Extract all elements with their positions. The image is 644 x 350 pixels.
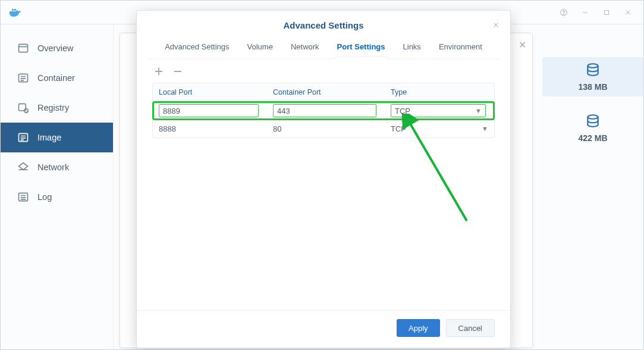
main-area: ✕ 138 MB 422 MB Advanced (114, 24, 643, 349)
table-body: 8889 443 TCP ▼ (153, 102, 494, 138)
table-toolbar (137, 59, 510, 82)
overview-icon (17, 42, 29, 54)
app-window: Overview Container Registry Image (0, 0, 644, 350)
svg-rect-4 (19, 44, 28, 52)
back-close-icon[interactable]: ✕ (519, 39, 526, 51)
container-icon (17, 72, 29, 84)
svg-point-1 (563, 14, 564, 14)
minimize-button[interactable] (577, 4, 593, 21)
chevron-down-icon: ▼ (482, 125, 488, 132)
tab-advanced-settings[interactable]: Advanced Settings (156, 36, 238, 58)
sidebar-item-overview[interactable]: Overview (1, 33, 113, 63)
cancel-button[interactable]: Cancel (446, 319, 495, 337)
container-port-input[interactable]: 443 (273, 104, 376, 117)
storage-card[interactable]: 422 MB (542, 108, 643, 148)
image-icon (17, 132, 29, 143)
col-container-port[interactable]: Container Port (267, 83, 385, 101)
container-port-value: 80 (273, 124, 281, 133)
chevron-down-icon: ▼ (475, 107, 482, 114)
modal-title: Advanced Settings (283, 20, 363, 30)
add-row-button[interactable] (152, 65, 165, 78)
tabs-row: Advanced Settings Volume Network Port Se… (147, 36, 500, 59)
tab-volume[interactable]: Volume (238, 36, 282, 58)
help-button[interactable] (555, 4, 572, 21)
sidebar-item-network[interactable]: Network (1, 152, 113, 182)
log-icon (17, 191, 29, 203)
sidebar: Overview Container Registry Image (1, 24, 114, 349)
sidebar-item-image[interactable]: Image (1, 123, 113, 152)
sidebar-item-label: Log (37, 192, 52, 202)
port-table: Local Port Container Port Type 8889 443 (152, 83, 495, 138)
svg-point-10 (588, 64, 598, 68)
modal-close-button[interactable] (490, 19, 502, 31)
registry-icon (17, 102, 29, 114)
sidebar-item-label: Overview (37, 43, 73, 53)
svg-point-11 (588, 115, 598, 119)
storage-icon (585, 113, 601, 131)
tab-environment[interactable]: Environment (430, 36, 491, 58)
col-type[interactable]: Type (385, 83, 494, 101)
storage-value: 422 MB (578, 133, 607, 143)
sidebar-item-label: Network (37, 162, 69, 172)
storage-icon (585, 62, 601, 80)
type-select[interactable]: TCP ▼ (391, 104, 486, 117)
sidebar-item-container[interactable]: Container (1, 63, 113, 93)
right-panel: 138 MB 422 MB (542, 24, 643, 349)
remove-row-button[interactable] (171, 65, 184, 78)
svg-rect-2 (583, 12, 588, 12)
tab-links[interactable]: Links (394, 36, 430, 58)
table-row[interactable]: 8888 80 TCP ▼ (153, 120, 494, 138)
sidebar-item-label: Registry (37, 103, 69, 112)
col-local-port[interactable]: Local Port (153, 83, 267, 101)
modal-footer: Apply Cancel (137, 310, 510, 348)
local-port-value: 8888 (159, 124, 176, 133)
svg-rect-3 (605, 10, 609, 14)
close-window-button[interactable] (620, 4, 636, 21)
local-port-input[interactable]: 8889 (159, 104, 259, 117)
advanced-settings-modal: Advanced Settings Advanced Settings Volu… (136, 10, 511, 348)
storage-value: 138 MB (578, 82, 607, 92)
modal-title-row: Advanced Settings (137, 11, 510, 36)
network-icon (17, 161, 29, 173)
type-value: TCP (395, 107, 410, 115)
content-area: Overview Container Registry Image (1, 24, 643, 349)
sidebar-item-label: Container (37, 73, 75, 83)
tab-port-settings[interactable]: Port Settings (328, 36, 394, 58)
type-value: TCP (391, 124, 406, 133)
docker-logo-icon (8, 5, 22, 20)
sidebar-item-label: Image (37, 133, 61, 142)
storage-card[interactable]: 138 MB (542, 57, 643, 96)
sidebar-item-registry[interactable]: Registry (1, 93, 113, 123)
apply-button[interactable]: Apply (397, 319, 440, 337)
maximize-button[interactable] (598, 4, 615, 21)
tab-network[interactable]: Network (282, 36, 328, 58)
table-row[interactable]: 8889 443 TCP ▼ (153, 102, 494, 120)
table-header: Local Port Container Port Type (153, 83, 494, 102)
sidebar-item-log[interactable]: Log (1, 182, 113, 212)
